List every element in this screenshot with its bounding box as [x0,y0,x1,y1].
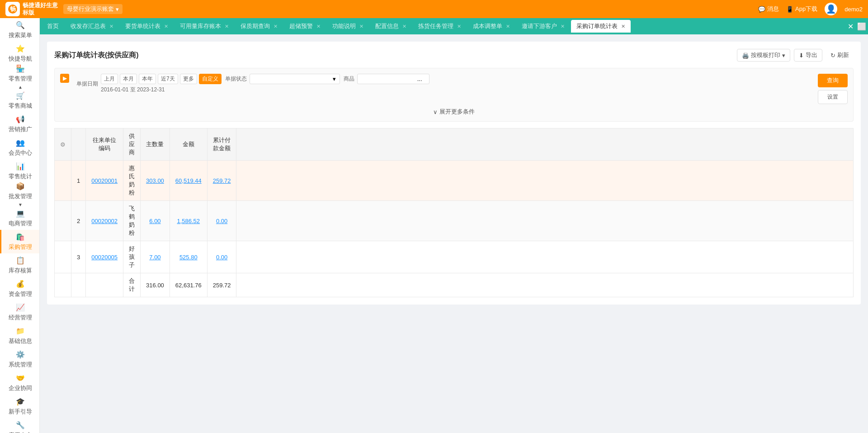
tab-close-all-btn[interactable]: ✕ [848,22,854,31]
tab-purchase-order-stats[interactable]: 采购订单统计表 ✕ [571,20,631,33]
retail-icon: 🏪 [16,64,25,73]
goods-label: 商品 [344,75,354,83]
tab-close-icon[interactable]: ✕ [164,24,168,29]
sidebar-item-batch[interactable]: 📦 批发管理 ▼ [0,183,39,206]
tab-picking-task[interactable]: 拣货任务管理 ✕ [413,20,467,33]
table-row[interactable]: 1 00020001 惠氏奶粉 303.00 60,519.44 259.72 [55,161,854,201]
filter-toggle-btn[interactable]: ▶ [60,74,69,83]
tab-close-icon[interactable]: ✕ [621,24,625,29]
tab-label: 采购订单统计表 [576,22,618,30]
goods-search-input[interactable] [361,76,415,82]
row-supplier-code[interactable]: 00020005 [86,241,123,273]
sidebar-item-retail[interactable]: 🏪 零售管理 ▲ [0,65,39,89]
date-btn-custom[interactable]: 自定义 [199,74,222,84]
sidebar-item-label: 电商管理 [9,219,32,228]
sidebar-item-retail-stats[interactable]: 📊 零售统计 [0,159,39,183]
tab-close-icon[interactable]: ✕ [225,24,229,29]
tab-close-icon[interactable]: ✕ [457,24,461,29]
tab-config-info[interactable]: 配置信息 ✕ [370,20,412,33]
main-layout: 🔍 搜索菜单 ⭐ 快捷导航 🏪 零售管理 ▲ 🛒 零售商城 📢 营销推广 👥 会… [0,18,868,433]
tab-home[interactable]: 首页 [42,20,64,33]
tab-close-icon[interactable]: ✕ [274,24,278,29]
tab-overstock-warning[interactable]: 超储预警 ✕ [284,20,326,33]
filter-status-item: 单据状态 ▾ [225,74,340,84]
status-select[interactable]: ▾ [250,74,340,84]
tab-bar: 首页 收发存汇总表 ✕ 要货单统计表 ✕ 可用量库存账本 ✕ 保质期查询 ✕ 超… [40,18,868,34]
query-btn[interactable]: 查询 [818,74,848,87]
date-btn-last-month[interactable]: 上月 [101,74,118,84]
sidebar-item-inventory[interactable]: 📋 库存核算 [0,253,39,277]
sidebar-item-quicknav[interactable]: ⭐ 快捷导航 [0,42,39,65]
tab-label: 功能说明 [332,22,356,30]
org-selector[interactable]: 母婴行业演示账套 ▾ [63,4,123,14]
basic-icon: 📁 [16,327,25,335]
template-print-btn[interactable]: 🖨️ 按模板打印 ▾ [737,49,790,62]
footer-paid-amount: 259.72 [207,273,236,297]
row-amount[interactable]: 60,519.44 [170,161,207,201]
tab-close-icon[interactable]: ✕ [402,24,406,29]
filter-area: ▶ 单据日期 上月 本月 本年 近7天 [54,68,854,122]
tab-close-icon[interactable]: ✕ [561,24,565,29]
sidebar-item-label: 零售商城 [9,102,32,110]
username-label[interactable]: demo2 [844,6,863,13]
tab-invite-downstream[interactable]: 邀请下游客户 ✕ [516,20,570,33]
row-amount[interactable]: 525.80 [170,241,207,273]
tab-close-icon[interactable]: ✕ [316,24,321,29]
tab-expiry-query[interactable]: 保质期查询 ✕ [235,20,283,33]
row-main-qty[interactable]: 303.00 [141,161,170,201]
sidebar-item-ops[interactable]: 📈 经营管理 [0,300,39,324]
sidebar-item-retail-shop[interactable]: 🛒 零售商城 [0,89,39,112]
sidebar-item-system[interactable]: ⚙️ 系统管理 [0,347,39,371]
table-row[interactable]: 3 00020005 好孩子 7.00 525.80 0.00 [55,241,854,273]
sidebar-item-ecommerce[interactable]: 💻 电商管理 [0,206,39,230]
row-main-qty[interactable]: 6.00 [141,201,170,241]
sidebar-item-collab[interactable]: 🤝 企业协同 [0,371,39,395]
messages-btn[interactable]: 💬 消息 [758,5,779,13]
gear-icon[interactable]: ⚙ [60,141,66,148]
tab-goods-stats[interactable]: 要货单统计表 ✕ [120,20,174,33]
date-btns: 上月 本月 本年 近7天 更多 自定义 [101,74,222,84]
mobile-icon: 📱 [786,6,793,13]
tab-receive-summary[interactable]: 收发存汇总表 ✕ [65,20,119,33]
sidebar-item-member[interactable]: 👥 会员中心 [0,136,39,159]
table-row[interactable]: 2 00020002 飞鹤奶粉 6.00 1,586.52 0.00 [55,201,854,241]
row-paid-amount[interactable]: 0.00 [207,201,236,241]
row-paid-amount[interactable]: 0.00 [207,241,236,273]
tab-close-icon[interactable]: ✕ [506,24,510,29]
row-supplier-name: 惠氏奶粉 [123,161,141,201]
chevron-down-icon: ∨ [433,109,438,115]
export-btn[interactable]: ⬇ 导出 [794,49,822,62]
sidebar-item-label: 系统管理 [9,361,32,369]
refresh-btn[interactable]: ↻ 刷新 [826,49,854,61]
sidebar-item-marketing[interactable]: 📢 营销推广 [0,112,39,136]
row-supplier-code[interactable]: 00020001 [86,161,123,201]
tab-function-desc[interactable]: 功能说明 ✕ [327,20,369,33]
sidebar-item-capital[interactable]: 💰 资金管理 [0,277,39,300]
app-download-btn[interactable]: 📱 App下载 [786,5,817,13]
settings-btn[interactable]: 设置 [818,90,848,104]
sidebar-item-search[interactable]: 🔍 搜索菜单 [0,18,39,42]
ecommerce-icon: 💻 [16,209,25,218]
date-btn-7days[interactable]: 近7天 [158,74,178,84]
row-supplier-code[interactable]: 00020002 [86,201,123,241]
tab-maximize-btn[interactable]: ⬜ [857,22,866,31]
sidebar-item-purchase[interactable]: 🛍️ 采购管理 [0,230,39,253]
row-amount[interactable]: 1,586.52 [170,201,207,241]
sidebar-item-newbie[interactable]: 🎓 新手引导 [0,395,39,418]
tab-cost-adjust[interactable]: 成本调整单 ✕ [467,20,515,33]
row-paid-amount[interactable]: 259.72 [207,161,236,201]
tab-available-inventory[interactable]: 可用量库存账本 ✕ [175,20,234,33]
expand-label: 展开更多条件 [439,108,475,116]
th-settings: ⚙ [55,128,71,161]
date-btn-more[interactable]: 更多 [180,74,197,84]
tab-close-icon[interactable]: ✕ [109,24,113,29]
goods-input[interactable]: ... [357,74,429,84]
search-icon: 🔍 [16,21,25,29]
date-btn-this-month[interactable]: 本月 [120,74,137,84]
date-btn-this-year[interactable]: 本年 [139,74,156,84]
sidebar-item-appcenter[interactable]: 🔧 应用中心 [0,418,39,433]
tab-close-icon[interactable]: ✕ [359,24,363,29]
expand-more-btn[interactable]: ∨ 展开更多条件 [433,108,475,116]
sidebar-item-basic[interactable]: 📁 基础信息 [0,324,39,347]
row-main-qty[interactable]: 7.00 [141,241,170,273]
